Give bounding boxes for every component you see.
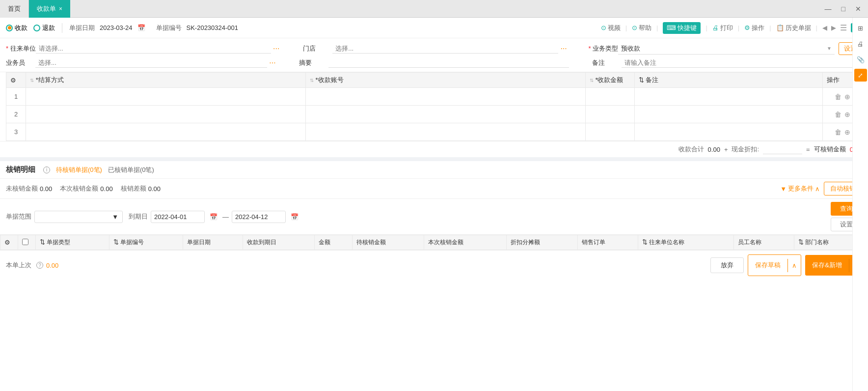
row-method-2[interactable]	[26, 106, 306, 123]
store-label: 门店	[303, 44, 332, 53]
tab-home[interactable]: 首页	[0, 0, 29, 18]
history-btn[interactable]: 📋 历史单据	[776, 24, 811, 32]
result-label: 可核销金额	[814, 145, 846, 154]
range-filter: 单据范围 ▼	[6, 211, 123, 223]
save-draft-arrow-icon[interactable]: ∧	[787, 259, 801, 272]
th-amount: ⇅ *收款金额	[585, 73, 634, 88]
help-btn[interactable]: ⊙ 帮助	[632, 24, 651, 32]
row-amount-1[interactable]	[585, 88, 634, 106]
video-btn[interactable]: ⊙ 视频	[601, 24, 621, 32]
writeoff-title: 核销明细	[6, 165, 35, 174]
shortcut-icon: ⌨	[667, 24, 676, 31]
filter-icon: ▼	[780, 185, 787, 193]
close-button[interactable]: ✕	[852, 4, 864, 14]
bth-type: ⇅ 单据类型	[36, 235, 109, 250]
radio-tuikuan[interactable]: 退款	[33, 24, 55, 32]
bottom-table-wrap: ⚙ ⇅ 单据类型 ⇅ 单据编号 单据日期 收款到期日 金额 待核销金额 本次核销…	[0, 235, 868, 250]
th-method: ⇅ *结算方式	[26, 73, 306, 88]
row-method-1[interactable]	[26, 88, 306, 106]
gear-icon[interactable]: ⚙	[10, 77, 16, 84]
biz-type-field: 业务类型 预收款 ▼ 设置	[589, 42, 862, 55]
chevron-up-icon: ∧	[815, 185, 820, 193]
row-remark-1[interactable]	[634, 88, 822, 106]
calendar-icon[interactable]: 📅	[137, 24, 145, 31]
sidebar-print-icon[interactable]: 🖨	[854, 37, 867, 50]
this-time-label: 本次核销金额	[60, 184, 98, 193]
nav-left-icon[interactable]: ◀	[822, 24, 827, 31]
save-draft-button[interactable]: 保存草稿 ∧	[748, 254, 801, 276]
calendar-from-icon[interactable]: 📅	[210, 213, 217, 221]
minimize-button[interactable]: —	[822, 4, 835, 14]
bth-this: 本次核销金额	[424, 235, 506, 250]
writeoff-info-icon[interactable]: i	[43, 167, 50, 173]
tab-home-label: 首页	[8, 4, 21, 13]
sidebar-expand-icon[interactable]: ⤢	[854, 69, 867, 82]
calendar-to-icon[interactable]: 📅	[291, 213, 298, 221]
save-new-label[interactable]: 保存&新增	[805, 258, 849, 273]
row-account-3[interactable]	[305, 123, 585, 141]
staff-input[interactable]	[35, 58, 267, 68]
shortcut-btn[interactable]: ⌨ 快捷键	[663, 22, 701, 34]
footer-info-icon[interactable]: ?	[36, 262, 43, 269]
summary-input[interactable]	[328, 58, 569, 68]
maximize-button[interactable]: □	[839, 4, 848, 14]
radio-shoukuan-dot	[6, 25, 13, 31]
copy-row-3[interactable]: ⊕	[844, 128, 850, 136]
delete-row-2[interactable]: 🗑	[835, 111, 841, 118]
bth-pending: 待核销金额	[353, 235, 424, 250]
copy-row-2[interactable]: ⊕	[844, 111, 850, 118]
sidebar-table-icon[interactable]: ⊞	[854, 22, 867, 34]
partner-input[interactable]	[36, 44, 271, 54]
biz-type-value: 预收款	[621, 44, 640, 53]
date-dash: —	[222, 213, 229, 221]
done-tab[interactable]: 已核销单据(0笔)	[108, 166, 154, 174]
sep5: |	[769, 24, 771, 31]
date-to-input[interactable]	[232, 211, 286, 223]
tab-close-icon[interactable]: ×	[59, 5, 62, 12]
remark-input[interactable]	[622, 58, 862, 68]
pending-tab[interactable]: 待核销单据(0笔)	[56, 166, 102, 174]
sidebar-clip-icon[interactable]: 📎	[854, 53, 867, 66]
discount-input[interactable]	[763, 144, 802, 154]
row-remark-3[interactable]	[634, 123, 822, 141]
row-account-1[interactable]	[305, 88, 585, 106]
summary-label: 摘要	[299, 58, 328, 67]
data-table: ⚙ ⇅ *结算方式 ⇅ *收款账号 ⇅ *收款金额	[6, 72, 862, 141]
bth-expire: 收款到期日	[243, 235, 314, 250]
this-time-stat: 本次核销金额 0.00	[60, 184, 112, 193]
radio-shoukuan[interactable]: 收款	[6, 24, 27, 32]
footer-right: 放弃 保存草稿 ∧ 保存&新增 ∧	[710, 254, 862, 276]
layout-icon[interactable]: ☰	[840, 23, 847, 32]
th-method-label: *结算方式	[36, 76, 64, 84]
bottom-gear-icon[interactable]: ⚙	[4, 239, 10, 246]
select-all-checkbox[interactable]	[22, 239, 28, 245]
row-num-2: 2	[6, 106, 26, 123]
date-from-input[interactable]	[151, 211, 205, 223]
operations-btn[interactable]: ⚙ 操作	[744, 24, 764, 32]
row-remark-2[interactable]	[634, 106, 822, 123]
row-method-3[interactable]	[26, 123, 306, 141]
row-amount-2[interactable]	[585, 106, 634, 123]
delete-row-3[interactable]: 🗑	[835, 128, 841, 136]
help-icon: ⊙	[632, 24, 637, 31]
row-account-2[interactable]	[305, 106, 585, 123]
tab-bar: 首页 收款单 × — □ ✕	[0, 0, 868, 18]
abandon-button[interactable]: 放弃	[710, 257, 744, 273]
store-more-icon[interactable]: ···	[560, 44, 567, 53]
save-draft-label[interactable]: 保存草稿	[748, 258, 787, 273]
range-select[interactable]: ▼	[34, 211, 123, 223]
tab-current[interactable]: 收款单 ×	[29, 0, 70, 18]
print-btn[interactable]: 🖨 打印	[712, 24, 733, 32]
biz-type-select[interactable]: 预收款 ▼	[618, 43, 835, 55]
row-amount-3[interactable]	[585, 123, 634, 141]
partner-more-icon[interactable]: ···	[273, 44, 279, 53]
store-input[interactable]	[332, 44, 558, 54]
copy-row-1[interactable]: ⊕	[844, 93, 850, 101]
nav-right-icon[interactable]: ▶	[831, 24, 836, 31]
th-account: ⇅ *收款账号	[305, 73, 585, 88]
staff-more-icon[interactable]: ···	[269, 58, 275, 67]
more-conditions-btn[interactable]: ▼ 更多条件 ∧	[780, 184, 820, 193]
unrealized-stat: 未核销金额 0.00	[6, 184, 52, 193]
delete-row-1[interactable]: 🗑	[835, 93, 841, 101]
range-label: 单据范围	[6, 212, 31, 221]
